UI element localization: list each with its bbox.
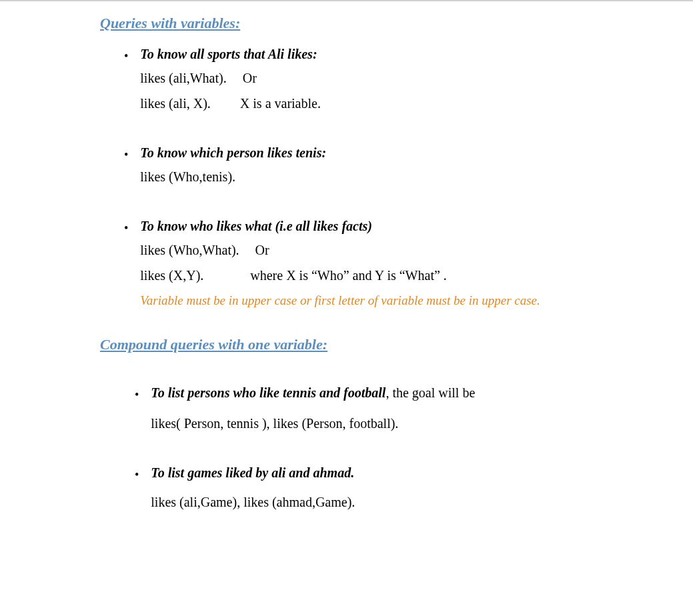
item-line: likes (Who,tenis).	[140, 164, 600, 189]
item-line: likes (X,Y).where X is “Who” and Y is “W…	[140, 263, 600, 288]
bullet-icon: •	[135, 469, 139, 481]
section-heading: Compound queries with one variable:	[100, 336, 600, 353]
list-item: • To list games liked by ali and ahmad. …	[135, 461, 600, 515]
code-text: likes (X,Y).	[140, 268, 203, 283]
list-item: • To know which person likes tenis: like…	[124, 141, 600, 189]
document-page: Queries with variables: • To know all sp…	[0, 15, 693, 515]
or-text: Or	[255, 243, 269, 257]
item-line: likes (ali,Game), likes (ahmad,Game).	[151, 489, 600, 515]
code-text: likes (ali,Game), likes (ahmad,Game).	[151, 495, 355, 509]
item-line: likes( Person, tennis ), likes (Person, …	[151, 411, 600, 436]
bullet-list: • To know all sports that Ali likes: lik…	[124, 43, 600, 311]
item-title: To know all sports that Ali likes:	[140, 43, 600, 65]
item-title: To list games liked by ali and ahmad.	[151, 461, 600, 484]
item-content: To list persons who like tennis and foot…	[151, 380, 600, 436]
item-content: To know who likes what (i.e all likes fa…	[140, 215, 600, 311]
item-content: To list games liked by ali and ahmad. li…	[151, 461, 600, 515]
title-regular-part: , the goal will be	[386, 385, 475, 400]
code-text: likes (ali, X).	[140, 96, 211, 111]
code-text: likes (Who,What).	[140, 243, 239, 257]
item-line: likes (ali,What).Or	[140, 65, 600, 91]
item-line: likes (ali, X).X is a variable.	[140, 91, 600, 116]
bullet-list: • To list persons who like tennis and fo…	[135, 380, 600, 515]
bullet-icon: •	[124, 222, 128, 234]
explanation-text: X is a variable.	[240, 96, 321, 111]
explanation-text: where X is “Who” and Y is “What” .	[250, 268, 447, 283]
or-text: Or	[243, 71, 257, 85]
list-item: • To know who likes what (i.e all likes …	[124, 215, 600, 311]
item-title: To know which person likes tenis:	[140, 141, 600, 164]
bullet-icon: •	[135, 389, 139, 401]
item-content: To know all sports that Ali likes: likes…	[140, 43, 600, 116]
variable-note: Variable must be in upper case or first …	[140, 291, 600, 311]
bullet-icon: •	[124, 50, 128, 62]
code-text: likes( Person, tennis ), likes (Person, …	[151, 416, 398, 431]
code-text: likes (Who,tenis).	[140, 169, 235, 184]
section-heading: Queries with variables:	[100, 15, 600, 32]
title-bold-part: To list persons who like tennis and foot…	[151, 385, 386, 400]
code-text: likes (ali,What).	[140, 71, 226, 85]
section-compound-queries: Compound queries with one variable: • To…	[100, 336, 600, 515]
list-item: • To list persons who like tennis and fo…	[135, 380, 600, 436]
item-title: To list persons who like tennis and foot…	[151, 380, 600, 405]
bullet-icon: •	[124, 149, 128, 161]
item-content: To know which person likes tenis: likes …	[140, 141, 600, 189]
item-line: likes (Who,What).Or	[140, 237, 600, 263]
item-title: To know who likes what (i.e all likes fa…	[140, 215, 600, 237]
section-queries-with-variables: Queries with variables: • To know all sp…	[100, 15, 600, 311]
list-item: • To know all sports that Ali likes: lik…	[124, 43, 600, 116]
